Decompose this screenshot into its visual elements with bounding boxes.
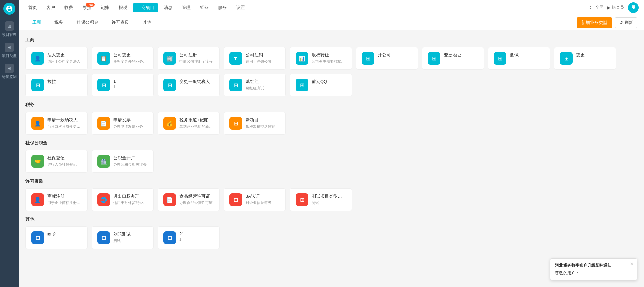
card-text-trademark: 商标注册用于企业商标注册服务 xyxy=(47,193,82,205)
scroll-content: 工商👤法人变更适用于公司变更法人📋公司变更股权变更外的业务变更🏢公司注册申请公司… xyxy=(19,30,644,287)
card-cert-3a[interactable]: ⊞3A认证对企业信誉评级 xyxy=(224,188,286,211)
card-legal-change[interactable]: 👤法人变更适用于公司变更法人 xyxy=(25,47,88,70)
card-text-food-license: 食品经营许可证办理食品经营许可证 xyxy=(179,193,214,205)
card-desc-company-change: 股权变更外的业务变更 xyxy=(113,59,148,64)
card-trademark[interactable]: 👤商标注册用于企业商标注册服务 xyxy=(25,188,88,211)
card-desc-company-cancel: 适用于注销公司 xyxy=(246,59,280,64)
card-company-change[interactable]: 📋公司变更股权变更外的业务变更 xyxy=(92,47,154,70)
section-title-tax: 税务 xyxy=(25,102,637,108)
nav-invoice[interactable]: 票据 new xyxy=(78,3,95,12)
card-pre-qq[interactable]: ⊞前期QQ xyxy=(290,74,352,96)
section-title-industry: 工商 xyxy=(25,37,637,43)
card-change-address[interactable]: ⊞变更地址 xyxy=(422,47,484,70)
subtab-tax[interactable]: 税务 xyxy=(48,16,70,29)
card-icon-company-cancel: 🗑 xyxy=(229,52,242,65)
user-avatar[interactable]: 用 xyxy=(628,2,639,13)
card-tax-report[interactable]: 💰税务报道+记账拿到营业执照的新公司 xyxy=(158,112,220,135)
nav-accounting[interactable]: 记账 xyxy=(97,3,113,12)
card-icon-twenty-one: ⊞ xyxy=(163,231,176,244)
card-mohonghong[interactable]: ⊞葛红红葛红红测试 xyxy=(224,74,286,96)
sidebar-item-label: 项目类型 xyxy=(2,53,17,58)
card-icon-mohonghong: ⊞ xyxy=(229,79,242,91)
card-title-change-taxpayer: 变更一般纳税人 xyxy=(179,79,214,85)
notification-title: 河北税务数字账户升级影响通知 xyxy=(555,263,632,268)
card-title-change-address: 变更地址 xyxy=(444,52,478,58)
card-desc-food-license: 办理食品经营许可证 xyxy=(179,200,214,205)
subtab-other[interactable]: 其他 xyxy=(136,16,158,29)
nav-manage[interactable]: 管理 xyxy=(178,3,195,12)
card-test[interactable]: ⊞测试 xyxy=(488,47,550,70)
nav-home[interactable]: 首页 xyxy=(24,3,41,12)
card-twenty-one[interactable]: ⊞211 xyxy=(158,226,220,249)
cards-grid-tax: 👤申请一般纳税人当月或次月成变更完成📄申请发票办理申请发票业务💰税务报道+记账拿… xyxy=(25,112,637,135)
card-title-fund-open: 公积金开户 xyxy=(113,155,148,161)
member-btn[interactable]: ▶ 畅会员 xyxy=(607,5,624,10)
card-lala[interactable]: ⊞拉拉 xyxy=(25,74,88,96)
card-food-license[interactable]: 📄食品经营许可证办理食品经营许可证 xyxy=(158,188,220,211)
card-title-apply-taxpayer: 申请一般纳税人 xyxy=(47,117,82,123)
sidebar-item-project-manage[interactable]: ⊞ 项目管理 xyxy=(0,19,19,40)
card-title-one: 1 xyxy=(113,79,148,84)
card-title-open-company: 开公司 xyxy=(378,52,412,58)
subtab-social[interactable]: 社保公积金 xyxy=(70,16,105,29)
nav-service[interactable]: 服务 xyxy=(214,3,231,12)
card-text-one: 11 xyxy=(113,79,148,89)
card-desc-twenty-one: 1 xyxy=(179,237,214,241)
card-change[interactable]: ⊞变更 xyxy=(554,47,616,70)
card-title-apply-invoice: 申请发票 xyxy=(113,117,148,123)
nav-tax[interactable]: 报税 xyxy=(115,3,131,12)
card-icon-test: ⊞ xyxy=(494,52,506,65)
nav-operation[interactable]: 经营 xyxy=(196,3,213,12)
new-business-type-button[interactable]: 新增业务类型 xyxy=(577,17,612,28)
card-open-company[interactable]: ⊞开公司 xyxy=(356,47,418,70)
fullscreen-btn[interactable]: ⛶ 全屏 xyxy=(590,5,603,10)
card-one[interactable]: ⊞11 xyxy=(92,74,154,96)
card-fund-open[interactable]: 🏦公积金开户办理公积金相关业务 xyxy=(92,150,154,173)
card-liu-pei-test[interactable]: ⊞刘賠测试测试 xyxy=(92,226,154,249)
card-new-project[interactable]: ⊞新项目报税加税控盘保管 xyxy=(224,112,286,135)
card-title-cert-3a: 3A认证 xyxy=(246,193,280,199)
notification-content: 尊敬的用户： xyxy=(555,270,632,276)
card-social-register[interactable]: 🤝社保登记进行人员社保登记 xyxy=(25,150,88,173)
nav-customer[interactable]: 客户 xyxy=(42,3,59,12)
nav-billing[interactable]: 收费 xyxy=(60,3,77,12)
card-text-company-register: 公司注册申请公司注册全流程 xyxy=(179,52,214,64)
card-text-tax-report: 税务报道+记账拿到营业执照的新公司 xyxy=(179,117,214,129)
card-company-register[interactable]: 🏢公司注册申请公司注册全流程 xyxy=(158,47,220,70)
main-area: 首页 客户 收费 票据 new 记账 报税 工商项目 消息 管理 经营 服务 设… xyxy=(19,0,644,287)
card-company-cancel[interactable]: 🗑公司注销适用于注销公司 xyxy=(224,47,286,70)
card-apply-taxpayer[interactable]: 👤申请一般纳税人当月或次月成变更完成 xyxy=(25,112,88,135)
card-test-project[interactable]: ⊞测试项目类型自定义测试 xyxy=(290,188,352,211)
card-text-cert-3a: 3A认证对企业信誉评级 xyxy=(246,193,280,205)
sidebar-item-project-type[interactable]: ⊞ 项目类型 xyxy=(0,40,19,61)
refresh-button[interactable]: ↺ 刷新 xyxy=(615,17,637,28)
card-equity-transfer[interactable]: 📊股权转让公司变更需要股权转让 xyxy=(290,47,352,70)
card-icon-change-address: ⊞ xyxy=(428,52,440,65)
card-text-apply-invoice: 申请发票办理申请发票业务 xyxy=(113,117,148,129)
card-text-haha: 哈哈 xyxy=(47,231,82,238)
card-icon-legal-change: 👤 xyxy=(31,52,44,65)
subtab-actions: 新增业务类型 ↺ 刷新 xyxy=(577,17,637,28)
sidebar-item-progress-monitor[interactable]: ⊞ 进度监测 xyxy=(0,61,19,82)
subtab-industry[interactable]: 工商 xyxy=(25,16,48,29)
sidebar-logo[interactable] xyxy=(3,3,15,15)
card-title-legal-change: 法人变更 xyxy=(47,52,82,58)
card-text-change: 变更 xyxy=(576,52,610,59)
card-title-pre-qq: 前期QQ xyxy=(312,79,346,85)
nav-message[interactable]: 消息 xyxy=(160,3,176,12)
card-import-export[interactable]: 🌐进出口权办理适用于对外贸易经营者 xyxy=(92,188,154,211)
notification-close[interactable]: ✕ xyxy=(630,261,634,267)
nav-industry[interactable]: 工商项目 xyxy=(133,3,158,12)
card-desc-mohonghong: 葛红红测试 xyxy=(246,86,280,91)
card-change-taxpayer[interactable]: ⊞变更一般纳税人 xyxy=(158,74,220,96)
card-text-company-change: 公司变更股权变更外的业务变更 xyxy=(113,52,148,64)
topnav-right: ⛶ 全屏 ▶ 畅会员 用 xyxy=(590,2,639,13)
card-apply-invoice[interactable]: 📄申请发票办理申请发票业务 xyxy=(92,112,154,135)
sidebar-item-label: 进度监测 xyxy=(2,74,17,79)
card-title-social-register: 社保登记 xyxy=(47,155,82,161)
card-desc-apply-invoice: 办理申请发票业务 xyxy=(113,124,148,129)
nav-settings[interactable]: 设置 xyxy=(232,3,249,12)
card-haha[interactable]: ⊞哈哈 xyxy=(25,226,88,249)
card-icon-apply-invoice: 📄 xyxy=(97,117,110,130)
subtab-license[interactable]: 许可资质 xyxy=(105,16,136,29)
